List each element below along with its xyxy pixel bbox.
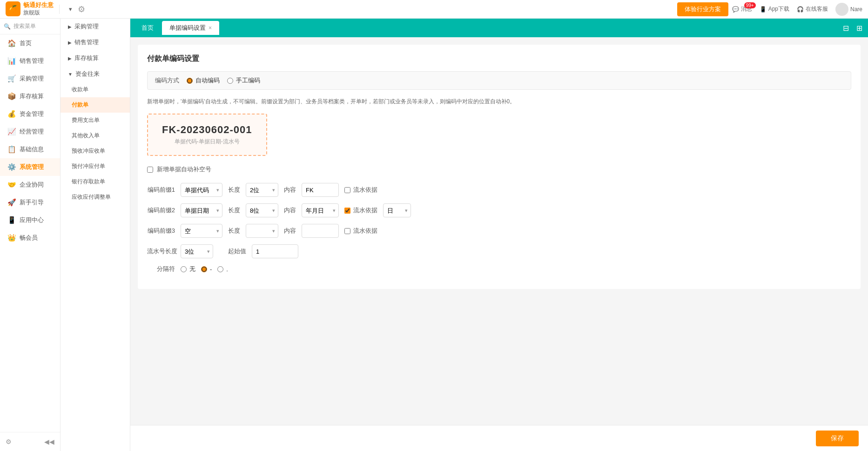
serial-length-select[interactable]: 3位 4位 5位 6位: [185, 248, 202, 255]
prefix1-select[interactable]: 单据代码 单据日期 部门 业务员 空: [185, 187, 211, 194]
sidebar-footer: ⚙ ◀◀: [0, 432, 60, 451]
submenu-capital-toggle[interactable]: ▼ 资金往来: [61, 66, 130, 82]
auto-fill-label: 新增单据自动补空号: [157, 165, 211, 174]
auto-encode-option[interactable]: 自动编码: [187, 76, 220, 85]
start-value-label: 起始值: [228, 247, 246, 256]
settings-icon[interactable]: ⚙: [78, 4, 85, 14]
online-service-button[interactable]: 🎧 在线客服: [797, 5, 828, 13]
manual-encode-radio[interactable]: [227, 78, 233, 84]
sidebar-item-inventory[interactable]: 📦 库存核算: [0, 88, 60, 105]
topbar-divider: [59, 5, 60, 14]
user-name: Nare: [850, 6, 862, 13]
sidebar-item-basic[interactable]: 📋 基础信息: [0, 141, 60, 158]
search-icon: 🔍: [4, 23, 11, 30]
topbar-dropdown[interactable]: ▾: [65, 4, 76, 14]
submenu-item-other-income[interactable]: 其他收入单: [61, 128, 130, 143]
sidebar: 🔍 搜索菜单 🏠 首页 📊 销售管理 🛒 采购管理 📦 库存核算 💰 资金管理 …: [0, 19, 61, 451]
separator-dot2-option[interactable]: .: [217, 266, 228, 273]
prefix1-select-wrapper[interactable]: 单据代码 单据日期 部门 业务员 空: [181, 183, 222, 197]
prefix3-label: 编码前缀3: [147, 227, 175, 235]
start-value-input[interactable]: [252, 244, 298, 258]
page-title: 付款单编码设置: [147, 54, 851, 64]
sidebar-item-member[interactable]: 👑 畅会员: [0, 229, 60, 247]
sidebar-item-newguide[interactable]: 🚀 新手引导: [0, 194, 60, 211]
submenu-sales-toggle[interactable]: ▶ 销售管理: [61, 34, 130, 50]
sidebar-item-system[interactable]: ⚙️ 系统管理: [0, 158, 60, 176]
tab-minimize-btn[interactable]: ⊟: [841, 22, 851, 34]
prefix1-length-select[interactable]: 2位 4位 6位 8位: [250, 187, 267, 194]
manual-encode-option[interactable]: 手工编码: [227, 76, 260, 85]
prefix3-length-select[interactable]: 2位 4位 6位 8位: [250, 228, 267, 235]
sidebar-item-appcenter[interactable]: 📱 应用中心: [0, 211, 60, 229]
submenu-item-prepay-payment[interactable]: 预付冲应付单: [61, 159, 130, 174]
tab-encoding-settings[interactable]: 单据编码设置 ×: [162, 21, 219, 35]
separator-dot2-radio[interactable]: [217, 266, 223, 272]
prefix3-serial-checkbox[interactable]: [344, 228, 350, 234]
serial-length-select-wrapper[interactable]: 3位 4位 5位 6位: [181, 244, 213, 258]
prefix2-content-select-wrapper[interactable]: 年月日 年月 年: [302, 203, 339, 217]
code-preview-box: FK-20230602-001 单据代码-单据日期-流水号: [147, 114, 267, 156]
content-wrapper: 首页 单据编码设置 × ⊟ ⊞ 付款单编码设置 编码方式: [130, 19, 868, 451]
prefix2-unit-select[interactable]: 日 月 年: [387, 207, 399, 214]
prefix3-select[interactable]: 单据代码 单据日期 部门 业务员 空: [185, 228, 211, 235]
prefix1-content-label: 内容: [284, 186, 296, 194]
prefix2-select-wrapper[interactable]: 单据代码 单据日期 部门 业务员 空: [181, 203, 222, 217]
settings-footer-icon[interactable]: ⚙: [6, 438, 12, 445]
sidebar-search[interactable]: 🔍 搜索菜单: [0, 19, 60, 34]
submenu-item-bank-deposit[interactable]: 银行存取款单: [61, 174, 130, 189]
sidebar-item-purchase[interactable]: 🛒 采购管理: [0, 70, 60, 88]
prefix1-length-select-wrapper[interactable]: 2位 4位 6位 8位: [246, 183, 278, 197]
sidebar-item-home[interactable]: 🏠 首页: [0, 34, 60, 52]
separator-none-radio[interactable]: [181, 266, 187, 272]
prefix3-select-wrapper[interactable]: 单据代码 单据日期 部门 业务员 空: [181, 224, 222, 238]
separator-dot1-option[interactable]: -: [201, 266, 212, 273]
auto-fill-checkbox[interactable]: [147, 167, 153, 173]
purchase-arrow: ▶: [68, 24, 72, 29]
purchase-icon: 🛒: [7, 74, 16, 83]
prefix2-select[interactable]: 单据代码 单据日期 部门 业务员 空: [185, 207, 211, 214]
sidebar-item-sales[interactable]: 📊 销售管理: [0, 52, 60, 70]
auto-fill-row: 新增单据自动补空号: [147, 165, 851, 174]
prefix2-serial-group: 流水依据: [344, 206, 377, 215]
submenu-item-ap-adjustment[interactable]: 应收应付调整单: [61, 189, 130, 205]
home-icon: 🏠: [7, 39, 16, 47]
form-card: 付款单编码设置 编码方式 自动编码 手工编码: [138, 45, 861, 289]
prefix1-serial-checkbox[interactable]: [344, 187, 350, 193]
prefix1-label: 编码前缀1: [147, 186, 175, 194]
prefix2-label: 编码前缀2: [147, 206, 175, 215]
app-download-button[interactable]: 📱 App下载: [760, 5, 789, 13]
message-button[interactable]: 💬 消息 99+: [732, 5, 752, 13]
separator-none-option[interactable]: 无: [181, 265, 195, 273]
submenu-inventory-toggle[interactable]: ▶ 库存核算: [61, 50, 130, 66]
submenu-item-payment[interactable]: 付款单: [61, 97, 130, 113]
submenu-purchase-toggle[interactable]: ▶ 采购管理: [61, 19, 130, 34]
sidebar-item-operation[interactable]: 📈 经营管理: [0, 123, 60, 141]
submenu-item-expense[interactable]: 费用支出单: [61, 113, 130, 128]
auto-encode-radio[interactable]: [187, 78, 193, 84]
prefix2-content-select[interactable]: 年月日 年月 年: [306, 207, 327, 214]
user-profile[interactable]: Nare: [835, 3, 862, 16]
tab-maximize-btn[interactable]: ⊞: [855, 22, 864, 34]
prefix2-serial-checkbox[interactable]: [344, 208, 350, 214]
prefix3-content-input[interactable]: [302, 224, 339, 238]
tab-bar-actions: ⊟ ⊞: [841, 22, 864, 34]
save-button[interactable]: 保存: [816, 431, 859, 446]
submenu-item-prepay-receipt[interactable]: 预收冲应收单: [61, 143, 130, 159]
tab-home[interactable]: 首页: [134, 21, 161, 35]
collapse-sidebar-btn[interactable]: ◀◀: [44, 438, 54, 445]
separator-row: 分隔符 无 - .: [147, 265, 851, 273]
prefix1-content-input[interactable]: [302, 183, 339, 197]
sidebar-item-finance[interactable]: 💰 资金管理: [0, 105, 60, 123]
separator-dot1-radio[interactable]: [201, 266, 207, 272]
submenu-item-receipt[interactable]: 收款单: [61, 82, 130, 97]
tab-close-btn[interactable]: ×: [209, 25, 212, 31]
prefix3-serial-group: 流水依据: [344, 227, 377, 235]
member-icon: 👑: [7, 234, 16, 242]
inventory-arrow: ▶: [68, 56, 72, 61]
experience-button[interactable]: 体验行业方案: [677, 2, 728, 16]
prefix2-length-select[interactable]: 4位 6位 8位: [250, 207, 267, 214]
sidebar-item-enterprise[interactable]: 🤝 企业协同: [0, 176, 60, 194]
prefix2-unit-select-wrapper[interactable]: 日 月 年: [383, 203, 411, 217]
prefix3-length-select-wrapper[interactable]: 2位 4位 6位 8位: [246, 224, 278, 238]
prefix2-length-select-wrapper[interactable]: 4位 6位 8位: [246, 203, 278, 217]
